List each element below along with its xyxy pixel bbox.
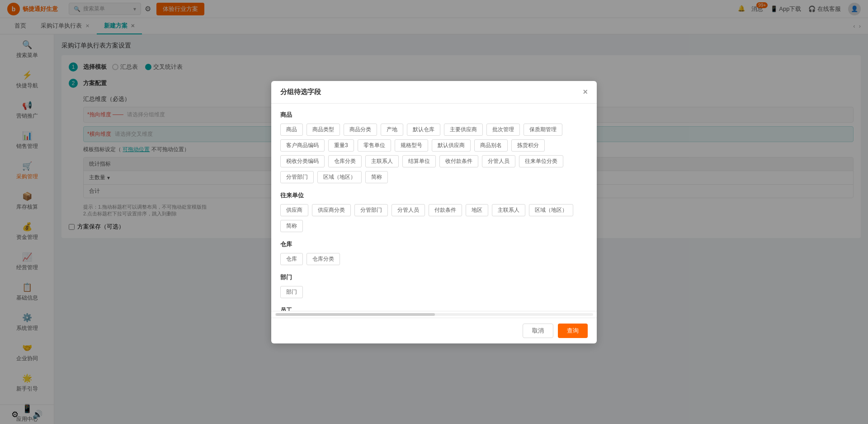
- field-tag[interactable]: 重量3: [328, 139, 354, 152]
- modal-overlay: 分组待选字段 × 商品 商品 商品类型 商品分类 产地 默认仓库 主要供应商 批…: [0, 0, 868, 424]
- field-tag[interactable]: 分管部门: [354, 204, 388, 216]
- section-dept-title: 部门: [280, 273, 588, 281]
- field-tag[interactable]: 分管人员: [392, 204, 425, 216]
- field-tag[interactable]: 简称: [365, 171, 388, 183]
- field-tag[interactable]: 分管人员: [482, 155, 515, 167]
- section-product-title: 商品: [280, 111, 588, 119]
- product-fields: 商品 商品类型 商品分类 产地 默认仓库 主要供应商 批次管理 保质期管理 客户…: [280, 124, 588, 183]
- field-tag[interactable]: 结算单位: [402, 155, 436, 167]
- field-tag[interactable]: 商品类型: [307, 124, 340, 136]
- field-tag[interactable]: 分管部门: [280, 171, 314, 183]
- section-emp-title: 员工: [280, 306, 588, 311]
- field-tag[interactable]: 区域（地区）: [317, 171, 362, 183]
- confirm-button[interactable]: 查询: [558, 324, 588, 338]
- section-product: 商品 商品 商品类型 商品分类 产地 默认仓库 主要供应商 批次管理 保质期管理…: [280, 111, 588, 183]
- field-select-modal: 分组待选字段 × 商品 商品 商品类型 商品分类 产地 默认仓库 主要供应商 批…: [271, 81, 597, 343]
- field-tag[interactable]: 产地: [381, 124, 403, 136]
- modal-hscroll-bar[interactable]: [271, 311, 597, 318]
- modal-footer: 取消 查询: [271, 318, 597, 343]
- section-employee: 员工 业务员: [280, 306, 588, 311]
- field-tag[interactable]: 默认仓库: [407, 124, 440, 136]
- field-tag[interactable]: 简称: [280, 220, 303, 232]
- modal-title: 分组待选字段: [280, 88, 321, 96]
- field-tag[interactable]: 区域（地区）: [529, 204, 573, 216]
- section-department: 部门 部门: [280, 273, 588, 298]
- field-tag[interactable]: 主要供应商: [444, 124, 483, 136]
- field-tag[interactable]: 仓库分类: [328, 155, 362, 167]
- field-tag[interactable]: 仓库分类: [307, 253, 340, 265]
- field-tag[interactable]: 商品别名: [474, 139, 508, 152]
- field-tag[interactable]: 供应商分类: [312, 204, 351, 216]
- section-warehouse-title: 仓库: [280, 240, 588, 248]
- cancel-button[interactable]: 取消: [523, 324, 553, 338]
- field-tag[interactable]: 收付款条件: [439, 155, 478, 167]
- section-warehouse: 仓库 仓库 仓库分类: [280, 240, 588, 265]
- field-tag[interactable]: 客户商品编码: [280, 139, 325, 152]
- modal-close-btn[interactable]: ×: [583, 87, 588, 97]
- hscroll-track: [275, 313, 593, 316]
- field-tag[interactable]: 地区: [466, 204, 488, 216]
- field-tag[interactable]: 商品分类: [344, 124, 377, 136]
- section-partner-title: 往来单位: [280, 191, 588, 200]
- field-tag[interactable]: 供应商: [280, 204, 308, 216]
- field-tag[interactable]: 保质期管理: [524, 124, 562, 136]
- field-tag[interactable]: 批次管理: [486, 124, 520, 136]
- field-tag[interactable]: 规格型号: [395, 139, 428, 152]
- field-tag[interactable]: 零售单位: [358, 139, 391, 152]
- field-tag[interactable]: 拣货积分: [511, 139, 545, 152]
- field-tag[interactable]: 税收分类编码: [280, 155, 325, 167]
- field-tag[interactable]: 部门: [280, 286, 303, 298]
- warehouse-fields: 仓库 仓库分类: [280, 253, 588, 265]
- modal-body: 商品 商品 商品类型 商品分类 产地 默认仓库 主要供应商 批次管理 保质期管理…: [271, 104, 597, 311]
- field-tag[interactable]: 付款条件: [429, 204, 462, 216]
- field-tag[interactable]: 商品: [280, 124, 303, 136]
- partner-fields: 供应商 供应商分类 分管部门 分管人员 付款条件 地区 主联系人 区域（地区） …: [280, 204, 588, 232]
- field-tag[interactable]: 仓库: [280, 253, 303, 265]
- modal-header: 分组待选字段 ×: [271, 81, 597, 104]
- field-tag[interactable]: 往来单位分类: [519, 155, 563, 167]
- hscroll-thumb: [276, 313, 435, 316]
- field-tag[interactable]: 默认供应商: [432, 139, 471, 152]
- field-tag[interactable]: 主联系人: [492, 204, 525, 216]
- section-partner: 往来单位 供应商 供应商分类 分管部门 分管人员 付款条件 地区 主联系人 区域…: [280, 191, 588, 232]
- dept-fields: 部门: [280, 286, 588, 298]
- field-tag[interactable]: 主联系人: [365, 155, 399, 167]
